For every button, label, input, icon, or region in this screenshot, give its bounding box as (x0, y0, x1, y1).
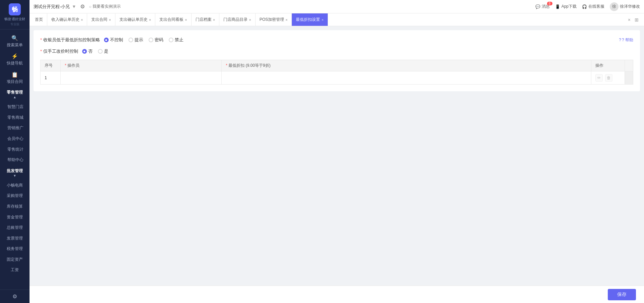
sidebar-item-project[interactable]: 📋 项目合同 (0, 69, 30, 87)
sidebar-item-tax[interactable]: 税务管理 (0, 244, 30, 254)
manual-control-row: * 仅手工改价时控制 否 是 (40, 48, 633, 54)
demo-link[interactable]: ○ 我要看实例演示 (89, 4, 121, 9)
tab-store-products[interactable]: 门店商品目录 × (219, 13, 255, 26)
sidebar-item-ecom[interactable]: 小畅电商 (0, 180, 30, 191)
tab-close-icon[interactable]: × (285, 18, 287, 22)
option-forbid[interactable]: 禁止 (169, 37, 183, 43)
tab-pos-security[interactable]: POS加密管理 × (256, 13, 292, 26)
radio-no[interactable] (82, 49, 87, 54)
radio-no-control[interactable] (104, 38, 109, 42)
sidebar-item-wholesale[interactable]: 批发管理 ▼ (0, 165, 30, 180)
tab-label: 收入确认单历史 (51, 17, 79, 22)
clipboard-icon: 📋 (11, 71, 18, 79)
cell-seq: 1 (41, 71, 61, 85)
sidebar-item-label: 零售商城 (7, 115, 23, 120)
logo-icon: 畅 (9, 3, 21, 15)
demo-label: 我要看实例演示 (93, 4, 121, 9)
sidebar-item-label: 采购管理 (7, 193, 23, 199)
sidebar-item-purchase[interactable]: 采购管理 (0, 191, 30, 201)
option-no-control[interactable]: 不控制 (104, 37, 123, 43)
sidebar-item-ledger[interactable]: 总账管理 (0, 222, 30, 233)
sidebar-item-fund[interactable]: 资金管理 (0, 212, 30, 223)
sidebar-item-help[interactable]: 帮助中心 (0, 155, 30, 165)
tab-close-icon[interactable]: × (249, 18, 251, 22)
tab-close-icon[interactable]: × (149, 18, 151, 22)
tab-home[interactable]: 首页 (31, 13, 47, 26)
edit-row-button[interactable]: ✏ (595, 74, 603, 82)
topbar: 测试分开完程-小兄 ▼ ⚙ ○ 我要看实例演示 💬 消息 8 📱 App下载 🎧… (30, 0, 644, 13)
message-button[interactable]: 💬 消息 8 (535, 4, 550, 9)
radio-prompt[interactable] (128, 38, 133, 42)
option-password[interactable]: 密码 (149, 37, 163, 43)
user-name: 徐泽华修改 (620, 4, 640, 9)
option-no[interactable]: 否 (82, 48, 93, 54)
manual-control-options: 否 是 (82, 48, 108, 54)
sidebar-item-label: 总账管理 (7, 225, 23, 231)
delete-row-button[interactable]: 🗑 (605, 74, 612, 82)
tab-payment-board[interactable]: 支出合同看板 × (155, 13, 191, 26)
user-menu[interactable]: 徐 徐泽华修改 (610, 2, 640, 11)
sidebar-logo: 畅 畅捷·通好业财 专业版 (0, 0, 30, 30)
sidebar-item-inventory[interactable]: 库存核算 (0, 201, 30, 212)
expand-tabs-button[interactable]: ⊞ (633, 16, 640, 23)
tab-close-icon[interactable]: × (185, 18, 187, 22)
sidebar-item-label: 会员中心 (7, 136, 23, 142)
sidebar-item-online-shop[interactable]: 零售商城 (0, 112, 30, 123)
required-marker: * (40, 49, 42, 54)
flash-icon: ⚡ (11, 53, 18, 60)
tab-min-discount[interactable]: 最低折扣设置 × (292, 13, 328, 26)
sidebar-item-marketing[interactable]: 营销推广 (0, 123, 30, 134)
app-download-button[interactable]: 📱 App下载 (555, 4, 577, 9)
tab-label: POS加密管理 (260, 17, 284, 22)
sidebar-item-search[interactable]: 🔍 搜索菜单 (0, 32, 30, 50)
radio-forbid[interactable] (169, 38, 173, 42)
save-button[interactable]: 保存 (608, 289, 636, 300)
tab-label: 支出确认单历史 (119, 17, 148, 22)
sidebar-item-retail-stats[interactable]: 零售统计 (0, 144, 30, 155)
cell-operator (61, 71, 222, 85)
sidebar-item-retail[interactable]: 零售管理 ▲ (0, 87, 30, 102)
tab-store-archive[interactable]: 门店档案 × (192, 13, 219, 26)
sidebar-item-shortcut[interactable]: ⚡ 快捷导航 (0, 50, 30, 68)
customer-service-button[interactable]: 🎧 在线客服 (582, 4, 604, 9)
radio-yes[interactable] (98, 49, 103, 54)
required-marker: * (40, 37, 42, 42)
help-link[interactable]: ? ? 帮助 (619, 37, 633, 43)
tab-label: 门店档案 (196, 17, 212, 22)
tab-income-confirm[interactable]: 收入确认单历史 × (47, 13, 87, 26)
radio-password[interactable] (149, 38, 153, 42)
manual-control-label: * 仅手工改价时控制 (40, 48, 78, 54)
option-prompt[interactable]: 提示 (128, 37, 143, 43)
sidebar-item-assets[interactable]: 固定资产 (0, 254, 30, 265)
version-label: 专业版 (10, 22, 19, 27)
required-marker: * (65, 63, 66, 68)
tab-payment-confirm[interactable]: 支出确认单历史 × (115, 13, 155, 26)
sidebar-item-invoice[interactable]: 发票管理 (0, 233, 30, 244)
tab-payment-contract[interactable]: 支出合同 × (87, 13, 115, 26)
project-selector[interactable]: 测试分开完程-小兄 ▼ (34, 4, 76, 10)
chevron-up-icon: ▲ (13, 95, 16, 99)
settings-icon[interactable]: ⚙ (12, 293, 17, 300)
page-content: * 收银员低于最低折扣控制策略 不控制 提示 密码 (30, 26, 644, 286)
sidebar-item-label: 帮助中心 (7, 157, 23, 163)
tab-close-icon[interactable]: × (213, 18, 215, 22)
cashier-control-row: * 收银员低于最低折扣控制策略 不控制 提示 密码 (40, 37, 633, 43)
topbar-settings-button[interactable]: ⚙ (80, 3, 85, 10)
message-badge: 8 (547, 2, 552, 5)
cell-min-discount (222, 71, 591, 85)
sidebar-item-member[interactable]: 会员中心 (0, 134, 30, 144)
option-yes[interactable]: 是 (98, 48, 108, 54)
search-icon: 🔍 (11, 35, 18, 42)
sidebar-item-payroll[interactable]: 工资 (0, 265, 30, 275)
sidebar-item-label: 资金管理 (7, 215, 23, 220)
tab-close-icon[interactable]: × (321, 18, 323, 22)
col-scrollbar (625, 60, 633, 71)
download-icon: 📱 (555, 4, 560, 9)
close-all-tabs-button[interactable]: × (627, 16, 632, 23)
tab-close-icon[interactable]: × (109, 18, 111, 22)
sidebar-item-label: 快捷导航 (7, 61, 23, 66)
sidebar-item-label: 税务管理 (7, 246, 23, 252)
tab-close-icon[interactable]: × (81, 18, 83, 22)
sidebar-item-smart-shop[interactable]: 智慧门店 (0, 102, 30, 112)
retail-label: 零售管理 (7, 90, 23, 95)
